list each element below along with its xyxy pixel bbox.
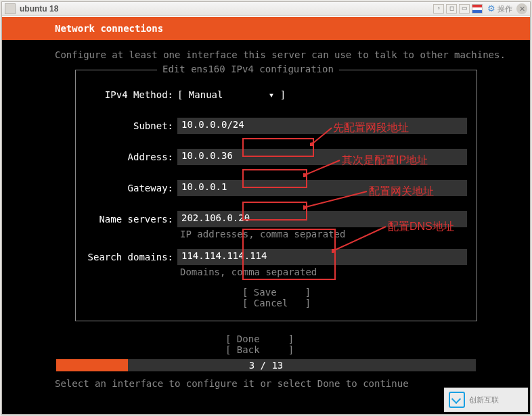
display-toggle-button-2[interactable]: ◻ [446,4,457,14]
back-button[interactable]: [ Back ] [225,344,530,355]
flag-icon [472,4,483,14]
subnet-label: Subnet: [85,120,173,131]
subnet-row: Subnet: 10.0.0.0/24 [85,118,467,134]
display-toggle-button-3[interactable]: ▭ [459,4,470,14]
outer-buttons: [ Done ] [ Back ] [2,333,530,355]
annotation-label-dns: 配置DNS地址 [388,220,454,234]
address-label: Address: [85,152,173,162]
progress-bar: 3 / 13 [56,359,476,371]
ipv4-method-value: Manual [189,89,223,100]
annotation-label-subnet: 先配置网段地址 [333,121,409,135]
close-button[interactable]: ✕ [516,3,527,14]
nameservers-label: Name servers: [85,214,173,225]
done-button[interactable]: [ Done ] [225,333,530,344]
gear-icon[interactable]: ⚙ [487,4,496,14]
page-intro: Configure at least one interface this se… [2,40,530,67]
annotation-label-address: 其次是配置IP地址 [342,154,428,168]
page-title: Network connections [2,17,530,40]
watermark-logo-icon [449,392,465,408]
watermark: 创新互联 [444,388,528,412]
annotation-box-subnet [242,138,314,157]
titlebar: ubuntu 18 ▫ ◻ ▭ ⚙ 操作 ✕ [2,2,530,16]
display-toggle-button-1[interactable]: ▫ [433,4,444,14]
window-title: ubuntu 18 [20,2,58,16]
annotation-label-gateway: 配置网关地址 [369,185,434,199]
save-button[interactable]: [ Save ] [242,287,467,298]
ipv4-method-select[interactable]: [ Manual ▾ ] [177,89,286,100]
frame-buttons: [ Save ] [ Cancel ] [85,287,467,308]
searchdomains-label: Search domains: [85,252,173,262]
progress-text: 3 / 13 [56,360,476,371]
action-label[interactable]: 操作 [497,2,512,16]
gateway-label: Gateway: [85,183,173,193]
annotation-box-gateway [242,202,307,221]
window-icon [5,3,16,14]
subnet-input[interactable]: 10.0.0.0/24 [177,118,467,134]
frame-title: Edit ens160 IPv4 configuration [157,64,339,74]
cancel-button[interactable]: [ Cancel ] [242,298,467,308]
ipv4-method-label: IPv4 Method: [85,89,173,100]
annotation-box-dns [242,229,336,280]
watermark-text: 创新互联 [469,395,499,405]
annotation-box-address [242,169,307,188]
ipv4-method-row: IPv4 Method: [ Manual ▾ ] [85,87,467,103]
